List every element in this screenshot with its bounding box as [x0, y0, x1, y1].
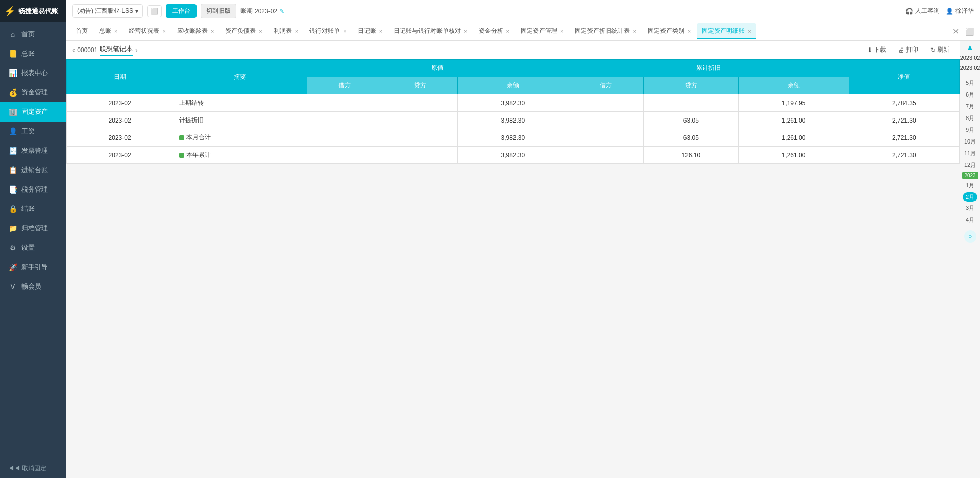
tab-close-icon[interactable]: × — [506, 28, 509, 34]
cell-orig-balance: 3,982.30 — [458, 129, 568, 147]
tab-close-icon[interactable]: × — [343, 28, 346, 34]
tab-fund-analysis[interactable]: 资金分析 × — [474, 23, 514, 39]
year-badge-2023[interactable]: 2023 — [962, 172, 978, 179]
panel-date-1[interactable]: 2023.02 — [960, 53, 980, 62]
switch-version-button[interactable]: 切到旧版 — [201, 4, 236, 18]
tab-close-icon[interactable]: × — [114, 28, 117, 34]
sidebar-item-label: 首页 — [21, 30, 35, 39]
panel-month-11[interactable]: 11月 — [963, 148, 977, 159]
tab-close-icon[interactable]: × — [633, 28, 636, 34]
tab-label: 首页 — [76, 27, 88, 35]
panel-month-5[interactable]: 5月 — [965, 78, 975, 88]
tab-depreciation[interactable]: 固定资产折旧统计表 × — [570, 23, 641, 39]
next-asset-button[interactable]: › — [135, 45, 137, 55]
tab-close-icon[interactable]: × — [688, 28, 691, 34]
col-orig-balance: 余额 — [458, 77, 568, 94]
refresh-button[interactable]: ↻ 刷新 — [926, 43, 953, 56]
sidebar-item-label: 结账 — [21, 204, 35, 213]
tab-close-icon[interactable]: × — [464, 28, 467, 34]
panel-month-4[interactable]: 4月 — [965, 214, 975, 225]
print-label: 打印 — [906, 45, 918, 54]
panel-month-2[interactable]: 2月 — [963, 192, 977, 202]
tab-label: 固定资产明细账 — [702, 27, 745, 35]
sidebar-item-sales[interactable]: 📋 进销台账 — [0, 160, 66, 180]
tab-home[interactable]: 首页 — [70, 23, 93, 39]
right-panel: ▲ 2023.02 2023.02 5月 6月 7月 8月 9月 10月 11月… — [960, 41, 980, 478]
tab-profit[interactable]: 利润表 × — [268, 23, 303, 39]
asset-navigation: ‹ 000001 联想笔记本 › — [72, 44, 138, 56]
sidebar-item-label: 资金管理 — [21, 88, 48, 97]
panel-month-3[interactable]: 3月 — [965, 203, 975, 213]
tab-ledger[interactable]: 总账 × — [94, 23, 122, 39]
sidebar-item-reports[interactable]: 📊 报表中心 — [0, 63, 66, 83]
sidebar-item-invoice[interactable]: 🧾 发票管理 — [0, 141, 66, 160]
cell-orig-balance: 3,982.30 — [458, 147, 568, 164]
sidebar-footer-label: 取消固定 — [22, 465, 46, 472]
sidebar-item-label: 工资 — [21, 127, 35, 136]
cell-date: 2023-02 — [67, 94, 173, 112]
tab-close-icon[interactable]: × — [560, 28, 564, 34]
user-profile-button[interactable]: 👤 徐泽华 — [946, 7, 974, 15]
table-row: 2023-02 计提折旧 3,982.30 63.05 1,261.00 2,7… — [67, 112, 960, 129]
payroll-icon: 👤 — [8, 127, 17, 135]
tab-journal[interactable]: 日记账 × — [353, 23, 387, 39]
sidebar-item-settings[interactable]: ⚙ 设置 — [0, 238, 66, 257]
download-button[interactable]: ⬇ 下载 — [863, 43, 890, 56]
sidebar-item-guide[interactable]: 🚀 新手引导 — [0, 257, 66, 277]
page-content: ‹ 000001 联想笔记本 › ⬇ 下载 🖨 打印 — [66, 41, 960, 478]
panel-month-8[interactable]: 8月 — [965, 113, 975, 124]
panel-month-6[interactable]: 6月 — [965, 89, 975, 100]
cell-description: 计提折旧 — [173, 112, 307, 129]
tab-assets-balance[interactable]: 资产负债表 × — [220, 23, 267, 39]
panel-up-arrow[interactable]: ▲ — [966, 43, 974, 52]
sidebar-item-vip[interactable]: V 畅会员 — [0, 277, 66, 296]
tab-asset-category[interactable]: 固定资产类别 × — [643, 23, 696, 39]
tab-asset-mgmt[interactable]: 固定资产管理 × — [516, 23, 569, 39]
tax-icon: 📑 — [8, 185, 17, 194]
panel-date-2[interactable]: 2023.02 — [960, 63, 980, 73]
tab-bank[interactable]: 银行对账单 × — [304, 23, 351, 39]
cell-orig-debit — [307, 112, 382, 129]
panel-month-7[interactable]: 7月 — [965, 101, 975, 112]
panel-month-1[interactable]: 1月 — [965, 180, 975, 191]
tab-close-icon[interactable]: × — [211, 28, 214, 34]
tab-maximize-icon[interactable]: ⬜ — [963, 28, 976, 36]
funds-icon: 💰 — [8, 88, 17, 97]
customer-service-button[interactable]: 🎧 人工客询 — [905, 7, 940, 15]
sidebar-item-tax[interactable]: 📑 税务管理 — [0, 180, 66, 199]
cell-accum-credit: 126.10 — [644, 147, 739, 164]
tab-asset-detail[interactable]: 固定资产明细账 × — [697, 23, 756, 39]
sidebar-item-payroll[interactable]: 👤 工资 — [0, 122, 66, 141]
edit-period-icon[interactable]: ✎ — [279, 8, 284, 15]
sidebar-pin-toggle[interactable]: ◀◀ 取消固定 — [0, 459, 66, 478]
sidebar-item-label: 归档管理 — [21, 224, 48, 233]
panel-month-12[interactable]: 12月 — [963, 160, 977, 171]
sidebar-item-home[interactable]: ⌂ 首页 — [0, 25, 66, 44]
panel-month-10[interactable]: 10月 — [963, 136, 977, 147]
workbench-button[interactable]: 工作台 — [166, 4, 197, 18]
print-button[interactable]: 🖨 打印 — [894, 43, 922, 56]
prev-asset-button[interactable]: ‹ — [72, 45, 75, 55]
tab-close-icon[interactable]: × — [748, 28, 751, 34]
pin-icon: ◀◀ — [8, 465, 20, 472]
sidebar-item-archive[interactable]: 📁 归档管理 — [0, 219, 66, 238]
panel-month-9[interactable]: 9月 — [965, 125, 975, 135]
tab-close-icon[interactable]: × — [295, 28, 298, 34]
tab-close-icon[interactable]: × — [162, 28, 165, 34]
cell-date: 2023-02 — [67, 112, 173, 129]
copy-button[interactable]: ⬜ — [147, 5, 162, 17]
tab-close-icon[interactable]: × — [259, 28, 262, 34]
tab-receivable[interactable]: 应收账龄表 × — [172, 23, 219, 39]
panel-circle-button[interactable]: ○ — [964, 230, 976, 243]
company-selector[interactable]: (劝告) 江西服业-LSS ▾ — [72, 4, 143, 18]
tab-journal-bank[interactable]: 日记账与银行对账单核对 × — [388, 23, 472, 39]
sidebar-item-funds[interactable]: 💰 资金管理 — [0, 83, 66, 102]
sidebar-item-ledger[interactable]: 📒 总账 — [0, 44, 66, 63]
home-icon: ⌂ — [8, 30, 17, 38]
sidebar-item-close[interactable]: 🔒 结账 — [0, 199, 66, 219]
tab-close-all-icon[interactable]: ✕ — [950, 27, 961, 36]
tab-close-icon[interactable]: × — [379, 28, 382, 34]
sidebar-item-assets[interactable]: 🏢 固定资产 — [0, 102, 66, 122]
tab-operations[interactable]: 经营状况表 × — [124, 23, 170, 39]
invoice-icon: 🧾 — [8, 147, 17, 155]
